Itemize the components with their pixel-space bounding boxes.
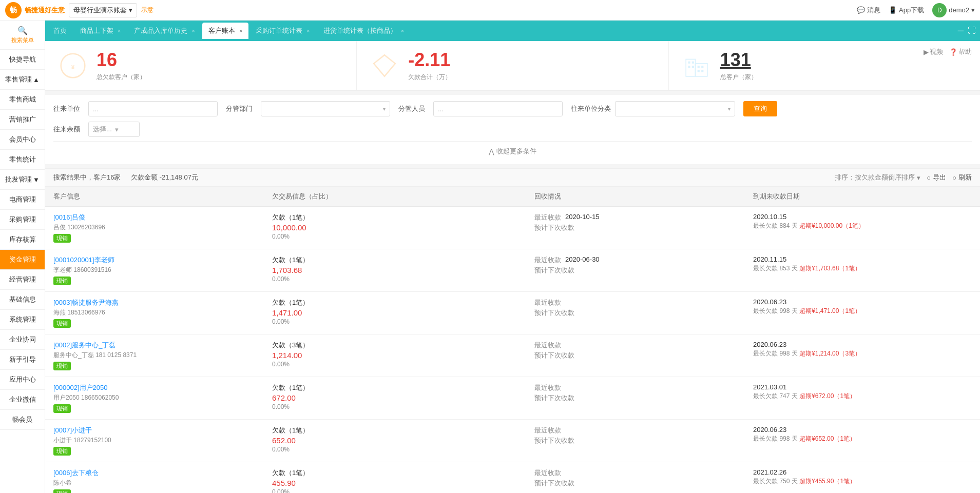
video-label: 视频 (930, 47, 943, 56)
tab-product-shelf[interactable]: 商品上下架 × (74, 23, 127, 39)
sidebar-item-operations[interactable]: 经营管理 (0, 270, 45, 290)
customer-name-0[interactable]: [0016]吕俊 (53, 213, 272, 222)
tab-minimize-btn[interactable]: ─ (958, 26, 964, 35)
customer-name-5[interactable]: [0007]小进干 (53, 426, 272, 435)
overdue-amount-4[interactable]: 超期¥672.00（1笔） (799, 392, 856, 400)
finance-label: 资金管理 (9, 255, 36, 263)
tab-incoming-stats-close[interactable]: × (401, 28, 404, 34)
customer-name-3[interactable]: [0002]服务中心_丁磊 (53, 341, 272, 350)
recovery-next-2: 预计下次收款 (534, 308, 753, 318)
sidebar-search[interactable]: 🔍 搜索菜单 (0, 21, 45, 50)
overdue-amount-5[interactable]: 超期¥652.00（1笔） (799, 435, 856, 442)
sidebar-item-enterprise[interactable]: 企业协同 (0, 330, 45, 350)
sort-select[interactable]: 排序：按欠款金额倒序排序 ▾ (835, 173, 920, 182)
user-menu[interactable]: D demo2 ▾ (932, 3, 975, 17)
sidebar-item-basic-info[interactable]: 基础信息 (0, 290, 45, 310)
sidebar-item-finance[interactable]: 资金管理 (0, 250, 45, 270)
svg-text:¥: ¥ (71, 64, 74, 70)
sidebar-item-retail-mgmt[interactable]: 零售管理 ▲ (0, 70, 45, 90)
department-select[interactable]: ▾ (261, 101, 390, 116)
sidebar-item-batch-mgmt[interactable]: 批发管理 ▼ (0, 170, 45, 190)
overdue-amount-2[interactable]: 超期¥1,471.00（1笔） (799, 307, 861, 314)
stat-card-debt-amount: -2.11 欠款合计（万） (357, 41, 668, 90)
tab-production-history[interactable]: 产成品入库单历史 × (128, 23, 201, 39)
customer-name-1[interactable]: [0001020001]李老师 (53, 255, 272, 265)
tab-production-history-close[interactable]: × (191, 28, 195, 34)
new-guide-label: 新手引导 (9, 356, 36, 363)
tab-maximize-btn[interactable]: ⛶ (968, 26, 976, 35)
source-unit-filter: 往来单位 ... (53, 101, 218, 116)
debt-percent-0: 0.00% (272, 233, 534, 240)
overdue-days-6: 最长欠款 750 天 超期¥455.90（1笔） (753, 477, 972, 486)
customer-contact-3: 服务中心_丁磊 181 0125 8371 (53, 351, 272, 360)
sidebar-item-quick-nav[interactable]: 快捷导航 (0, 50, 45, 70)
table-row: [0003]畅捷服务尹海燕 海燕 18513066976 现销 欠款（1笔） 1… (45, 292, 980, 334)
sidebar-item-retail-mall[interactable]: 零售商城 (0, 90, 45, 110)
debt-info-1: 欠款（1笔） 1,703.68 0.00% (272, 255, 534, 283)
tab-purchase-order-close[interactable]: × (306, 28, 310, 34)
customer-name-4[interactable]: [000002]用户2050 (53, 383, 272, 392)
debt-amount-label: 欠款合计（万） (408, 73, 451, 82)
refresh-icon: ○ (952, 174, 956, 182)
department-chevron: ▾ (383, 106, 386, 112)
tab-customer-account-close[interactable]: × (239, 28, 242, 34)
debt-count-3: 欠款（3笔） (272, 341, 534, 350)
collapse-btn[interactable]: ⋀ 收起更多条件 (53, 145, 972, 158)
tab-home[interactable]: 首页 (47, 23, 73, 39)
customer-badge-1: 现销 (53, 277, 71, 285)
app-download-button[interactable]: 📱 App下载 (889, 6, 924, 15)
overdue-amount-0[interactable]: 超期¥10,000.00（1笔） (799, 222, 864, 229)
sidebar-item-inventory[interactable]: 库存核算 (0, 230, 45, 250)
overdue-amount-3[interactable]: 超期¥1,214.00（3笔） (799, 350, 861, 357)
export-button[interactable]: ○ 导出 (927, 173, 946, 182)
retail-stats-label: 零售统计 (9, 155, 36, 163)
sidebar-item-app-center[interactable]: 应用中心 (0, 370, 45, 390)
batch-mgmt-arrow: ▼ (33, 176, 40, 184)
sidebar-item-marketing[interactable]: 营销推广 (0, 110, 45, 130)
svg-rect-4 (695, 63, 707, 76)
svg-rect-10 (701, 66, 703, 68)
search-button[interactable]: 查询 (743, 101, 777, 116)
overdue-date-1: 2020.11.15 (753, 255, 972, 263)
debt-amount-6: 455.90 (272, 479, 534, 487)
customer-name-2[interactable]: [0003]畅捷服务尹海燕 (53, 298, 272, 307)
overdue-amount-6[interactable]: 超期¥455.90（1笔） (799, 478, 856, 485)
sidebar-item-ecommerce[interactable]: 电商管理 (0, 190, 45, 210)
tab-product-shelf-close[interactable]: × (118, 28, 121, 34)
sidebar-item-enterprise-wechat[interactable]: 企业微信 (0, 390, 45, 410)
balance-chevron: ▾ (115, 126, 119, 133)
sidebar-item-new-guide[interactable]: 新手引导 (0, 350, 45, 370)
store-select[interactable]: 母婴行业演示账套 ▾ (69, 3, 137, 17)
sidebar-item-purchase[interactable]: 采购管理 (0, 210, 45, 230)
sidebar-item-retail-stats[interactable]: 零售统计 (0, 150, 45, 170)
main-layout: 🔍 搜索菜单 快捷导航 零售管理 ▲ 零售商城 营销推广 会员中心 (0, 21, 980, 493)
overdue-amount-1[interactable]: 超期¥1,703.68（1笔） (799, 265, 861, 272)
message-label: 消息 (867, 6, 880, 15)
sidebar-item-member[interactable]: 会员中心 (0, 130, 45, 150)
store-name: 母婴行业演示账套 (73, 6, 127, 15)
retail-mgmt-arrow: ▲ (33, 76, 40, 84)
manager-input[interactable]: ... (433, 101, 563, 116)
sidebar-item-vip[interactable]: 畅会员 (0, 410, 45, 430)
tab-customer-account[interactable]: 客户账本 × (202, 23, 248, 39)
balance-select[interactable]: 选择... ▾ (88, 122, 140, 137)
customer-name-6[interactable]: [0006]去下粮仓 (53, 468, 272, 478)
table-row: [0002]服务中心_丁磊 服务中心_丁磊 181 0125 8371 现销 欠… (45, 334, 980, 377)
unit-category-chevron: ▾ (728, 106, 731, 112)
user-chevron: ▾ (971, 6, 975, 14)
table-row: [0006]去下粮仓 陈小希 现销 欠款（1笔） 455.90 0.00% 最近… (45, 462, 980, 493)
customer-contact-1: 李老师 18600391516 (53, 266, 272, 274)
recovery-last-3: 最近收款 (534, 341, 753, 350)
unit-category-select[interactable]: ▾ (615, 101, 735, 116)
question-icon: ❓ (949, 48, 957, 56)
tab-incoming-stats[interactable]: 进货单统计表（按商品） × (317, 23, 410, 39)
tab-purchase-order[interactable]: 采购订单统计表 × (249, 23, 316, 39)
sort-chevron: ▾ (917, 174, 920, 182)
message-button[interactable]: 💬 消息 (857, 6, 880, 15)
video-btn[interactable]: ▶ 视频 (924, 47, 943, 56)
refresh-button[interactable]: ○ 刷新 (952, 173, 972, 182)
sidebar-item-system[interactable]: 系统管理 (0, 310, 45, 330)
collapse-area: ⋀ 收起更多条件 (53, 141, 972, 158)
help-btn[interactable]: ❓ 帮助 (949, 47, 972, 56)
source-unit-input[interactable]: ... (88, 101, 218, 116)
